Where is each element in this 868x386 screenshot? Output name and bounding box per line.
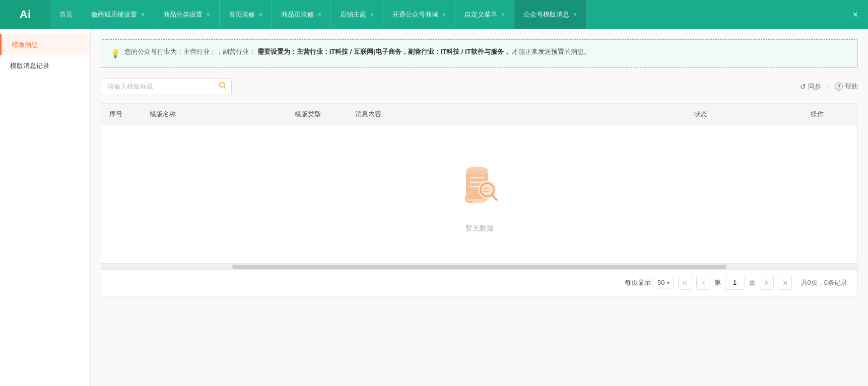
last-page-button[interactable] — [778, 276, 792, 290]
toolbar-right: ↺ 同步 | ? 帮助 — [800, 82, 858, 91]
table-container: 序号 模版名称 模版类型 消息内容 状态 操作 — [101, 103, 858, 296]
app-logo: Ai — [0, 0, 50, 29]
pagination: 每页显示 50 ▾ 第 页 — [101, 269, 857, 296]
close-all-button[interactable]: × — [842, 0, 868, 29]
prev-page-button[interactable] — [696, 276, 710, 290]
close-tab-store-settings[interactable]: × — [141, 11, 145, 18]
nav-tab-template-msg[interactable]: 公众号模版消息 × — [514, 0, 586, 29]
notice-icon: 💡 — [110, 47, 120, 60]
close-tab-template-msg[interactable]: × — [573, 11, 577, 18]
top-nav: Ai 首页 微商城店铺设置 × 商品分类设置 × 首页装修 × 商品页装修 × … — [0, 0, 868, 29]
page-size-dropdown[interactable]: 50 ▾ — [653, 277, 674, 288]
nav-tab-home-decor[interactable]: 首页装修 × — [220, 0, 272, 29]
nav-tabs-area: 首页 微商城店铺设置 × 商品分类设置 × 首页装修 × 商品页装修 × 店铺主… — [50, 0, 842, 29]
svg-point-4 — [466, 167, 488, 175]
empty-text: 暂无数据 — [465, 224, 494, 233]
sidebar-item-template-msg[interactable]: 模版消息 — [0, 34, 90, 55]
sidebar: 模版消息 模版消息记录 — [0, 29, 91, 386]
nav-tab-open-mall[interactable]: 开通公众号商城 × — [383, 0, 455, 29]
table-scrollbar[interactable] — [101, 263, 857, 269]
close-tab-home-decor[interactable]: × — [259, 11, 262, 18]
col-header-status: 状态 — [686, 104, 777, 125]
close-tab-category[interactable]: × — [207, 11, 210, 18]
search-input[interactable] — [101, 78, 232, 95]
scrollbar-thumb[interactable] — [232, 265, 726, 269]
col-header-type: 模版类型 — [287, 104, 347, 125]
nav-tab-product-decor[interactable]: 商品页装修 × — [272, 0, 331, 29]
page-input[interactable] — [725, 276, 745, 290]
chevron-down-icon: ▾ — [667, 280, 670, 285]
close-tab-custom-menu[interactable]: × — [501, 11, 505, 18]
svg-line-10 — [492, 195, 497, 200]
nav-tab-store-settings[interactable]: 微商城店铺设置 × — [82, 0, 154, 29]
nav-tab-custom-menu[interactable]: 自定义菜单 × — [455, 0, 514, 29]
sidebar-item-template-msg-records[interactable]: 模版消息记录 — [0, 55, 90, 76]
help-button[interactable]: ? 帮助 — [835, 82, 858, 91]
refresh-icon: ↺ — [800, 83, 806, 91]
close-tab-open-mall[interactable]: × — [442, 11, 446, 18]
close-tab-store-theme[interactable]: × — [370, 11, 374, 18]
empty-illustration — [449, 156, 510, 216]
content-area: 💡 您的公众号行业为：主营行业：，副营行业： 需要设置为：主营行业：IT科技 /… — [91, 29, 868, 386]
nav-tab-home[interactable]: 首页 — [50, 0, 82, 29]
search-bar: ↺ 同步 | ? 帮助 — [101, 78, 858, 95]
table-header: 序号 模版名称 模版类型 消息内容 状态 操作 — [101, 104, 857, 125]
search-icon[interactable] — [219, 82, 227, 92]
nav-tab-category[interactable]: 商品分类设置 × — [154, 0, 220, 29]
page-size-value: 50 — [657, 279, 664, 286]
page-size-select: 每页显示 50 ▾ — [625, 277, 674, 288]
toolbar-divider: | — [827, 83, 829, 90]
col-header-content: 消息内容 — [347, 104, 686, 125]
total-info: 共0页，0条记录 — [801, 278, 847, 287]
close-tab-product-decor[interactable]: × — [318, 11, 321, 18]
main-layout: 模版消息 模版消息记录 💡 您的公众号行业为：主营行业：，副营行业： 需要设置为… — [0, 29, 868, 386]
first-page-button[interactable] — [678, 276, 692, 290]
nav-tab-store-theme[interactable]: 店铺主题 × — [331, 0, 383, 29]
notice-box: 💡 您的公众号行业为：主营行业：，副营行业： 需要设置为：主营行业：IT科技 /… — [101, 39, 858, 68]
next-page-button[interactable] — [760, 276, 774, 290]
col-header-seq: 序号 — [101, 104, 142, 125]
svg-line-1 — [224, 87, 226, 89]
notice-text: 您的公众号行业为：主营行业：，副营行业： 需要设置为：主营行业：IT科技 / 互… — [124, 47, 590, 57]
help-icon: ? — [835, 83, 843, 91]
col-header-name: 模版名称 — [142, 104, 287, 125]
col-header-action: 操作 — [777, 104, 857, 125]
search-input-wrap — [101, 78, 232, 95]
sync-button[interactable]: ↺ 同步 — [800, 82, 821, 91]
empty-state: 暂无数据 — [101, 125, 857, 263]
